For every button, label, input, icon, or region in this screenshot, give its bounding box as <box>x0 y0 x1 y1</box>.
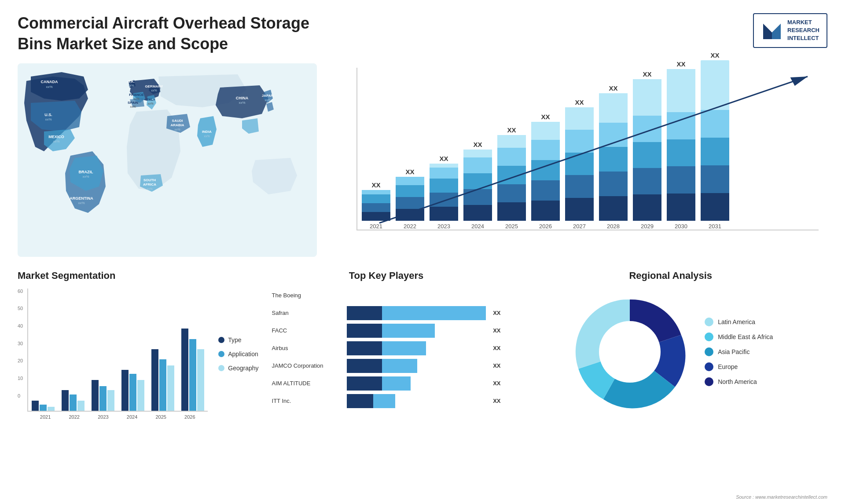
svg-text:xx%: xx% <box>82 175 89 179</box>
svg-text:FRANCE: FRANCE <box>129 93 144 97</box>
bar-2028: XX 2028 <box>599 84 628 230</box>
players-area: Top Key Players The Boeing Safran XX <box>272 270 501 464</box>
seg-bar-group-2022 <box>62 390 84 411</box>
svg-text:xx%: xx% <box>147 187 152 190</box>
svg-text:ITALY: ITALY <box>146 98 155 102</box>
growth-chart-area: XX 2021 XX <box>330 63 827 257</box>
svg-text:U.K.: U.K. <box>128 80 135 84</box>
legend-geography: Geography <box>218 365 258 372</box>
svg-text:AFRICA: AFRICA <box>143 183 156 186</box>
svg-text:SAUDI: SAUDI <box>172 119 183 123</box>
svg-text:xx%: xx% <box>130 105 136 108</box>
svg-text:GERMANY: GERMANY <box>145 84 164 88</box>
svg-text:BRAZIL: BRAZIL <box>79 170 93 174</box>
bar-2024: XX 2024 <box>463 141 492 230</box>
logo-icon <box>761 19 783 41</box>
svg-text:CHINA: CHINA <box>236 96 249 100</box>
legend-latin-america: Latin America <box>705 318 773 326</box>
svg-text:xx%: xx% <box>46 85 52 89</box>
top-section: CANADA xx% U.S. xx% MEXICO xx% BRAZIL xx… <box>18 63 827 257</box>
svg-point-38 <box>599 321 661 383</box>
svg-text:ARABIA: ARABIA <box>170 123 184 127</box>
seg-bar-group-2026 <box>181 329 204 411</box>
bar-2030: XX 2030 <box>667 60 695 230</box>
legend-type: Type <box>218 336 258 343</box>
legend-north-america: North America <box>705 377 773 386</box>
page-container: Commercial Aircraft Overhead Storage Bin… <box>0 0 845 504</box>
svg-marker-2 <box>772 24 781 39</box>
bar-2022: XX 2022 <box>396 168 424 230</box>
svg-text:xx%: xx% <box>128 84 134 87</box>
seg-bars-container: 2021 2022 2023 2024 2025 2026 <box>27 289 208 420</box>
segmentation-area: Market Segmentation 0 10 20 30 40 50 60 <box>18 270 259 464</box>
svg-text:xx%: xx% <box>239 101 245 105</box>
donut-chart <box>568 290 691 413</box>
logo-text: MARKET RESEARCH INTELLECT <box>787 18 819 43</box>
player-jamco: JAMCO Corporation XX <box>272 359 501 373</box>
svg-marker-1 <box>763 24 772 39</box>
player-boeing: The Boeing <box>272 289 501 303</box>
player-facc: FACC XX <box>272 324 501 338</box>
svg-text:MEXICO: MEXICO <box>48 135 64 139</box>
source-text: Source : www.marketresearchintellect.com <box>736 494 827 500</box>
seg-bar-group-2021 <box>32 401 55 411</box>
seg-bar-group-2025 <box>151 349 174 411</box>
bar-2031: XX 2031 <box>701 51 729 230</box>
regional-title: Regional Analysis <box>514 270 827 281</box>
player-aim: AIM ALTITUDE XX <box>272 376 501 391</box>
bar-2021: XX 2021 <box>362 181 390 230</box>
seg-bar-group-2023 <box>92 380 114 411</box>
segmentation-legend: Type Application Geography <box>212 289 258 420</box>
regional-legend: Latin America Middle East & Africa Asia … <box>705 318 773 386</box>
seg-bar-group-2024 <box>121 370 144 411</box>
logo: MARKET RESEARCH INTELLECT <box>753 13 827 48</box>
page-title: Commercial Aircraft Overhead Storage Bin… <box>18 13 326 55</box>
svg-text:xx%: xx% <box>174 128 180 131</box>
bar-2026: XX 2026 <box>531 113 560 230</box>
svg-text:U.S.: U.S. <box>44 113 52 117</box>
bar-2023: XX 2023 <box>430 155 458 230</box>
legend-application: Application <box>218 351 258 358</box>
svg-text:xx%: xx% <box>147 102 153 105</box>
svg-text:xx%: xx% <box>133 97 139 100</box>
players-list: The Boeing Safran XX FACC <box>272 289 501 408</box>
legend-middle-east: Middle East & Africa <box>705 332 773 341</box>
player-airbus: Airbus XX <box>272 341 501 355</box>
bar-2025: XX 2025 <box>497 126 526 230</box>
donut-container: Latin America Middle East & Africa Asia … <box>514 290 827 413</box>
svg-text:INDIA: INDIA <box>202 130 212 134</box>
svg-text:xx%: xx% <box>53 139 59 143</box>
svg-text:ARGENTINA: ARGENTINA <box>70 196 93 201</box>
player-safran: Safran XX <box>272 306 501 320</box>
legend-europe: Europe <box>705 362 773 371</box>
player-itt: ITT Inc. XX <box>272 394 501 408</box>
svg-text:JAPAN: JAPAN <box>262 94 274 98</box>
segmentation-chart: 0 10 20 30 40 50 60 <box>18 289 259 420</box>
svg-text:xx%: xx% <box>78 201 84 205</box>
svg-text:CANADA: CANADA <box>41 80 58 84</box>
bottom-section: Market Segmentation 0 10 20 30 40 50 60 <box>18 270 827 464</box>
svg-text:xx%: xx% <box>265 99 270 102</box>
svg-text:xx%: xx% <box>204 135 209 138</box>
svg-text:xx%: xx% <box>151 89 157 92</box>
bar-2029: XX 2029 <box>633 70 661 230</box>
players-title: Top Key Players <box>272 270 501 281</box>
svg-text:SOUTH: SOUTH <box>143 178 156 182</box>
world-map-area: CANADA xx% U.S. xx% MEXICO xx% BRAZIL xx… <box>18 63 317 257</box>
header: Commercial Aircraft Overhead Storage Bin… <box>18 13 827 55</box>
svg-text:xx%: xx% <box>45 117 51 121</box>
svg-text:SPAIN: SPAIN <box>128 101 138 105</box>
segmentation-title: Market Segmentation <box>18 270 259 281</box>
world-map-svg: CANADA xx% U.S. xx% MEXICO xx% BRAZIL xx… <box>18 63 317 257</box>
legend-asia-pacific: Asia Pacific <box>705 347 773 356</box>
bar-2027: XX 2027 <box>565 99 594 230</box>
regional-area: Regional Analysis <box>514 270 827 464</box>
